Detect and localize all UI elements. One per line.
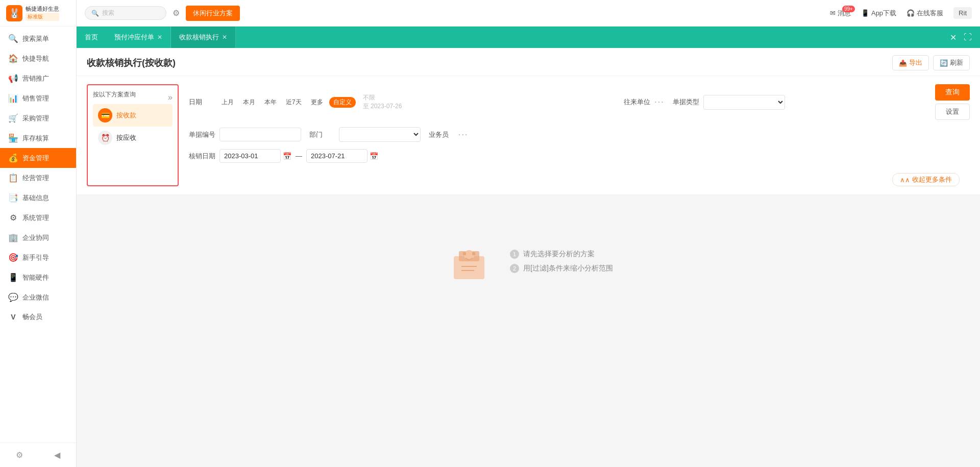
date-btn-this-month[interactable]: 本月 bbox=[240, 97, 258, 108]
sidebar-item-search-menu[interactable]: 🔍 搜索菜单 bbox=[0, 29, 76, 48]
sidebar-item-label: 资金管理 bbox=[22, 154, 49, 163]
dept-select[interactable] bbox=[339, 127, 421, 142]
by-receivable-icon: ⏰ bbox=[98, 131, 112, 145]
sidebar-item-label: 新手引导 bbox=[22, 253, 49, 262]
sidebar-item-member[interactable]: V 畅会员 bbox=[0, 307, 76, 327]
collapse-bar: ∧∧ 收起更多条件 bbox=[189, 170, 970, 186]
by-receivable-label: 按应收 bbox=[116, 133, 136, 142]
sidebar-bottom: ⚙ ◀ bbox=[0, 443, 76, 467]
sidebar-item-wechat[interactable]: 💬 企业微信 bbox=[0, 287, 76, 307]
sales-icon: 📊 bbox=[8, 93, 18, 103]
date-shortcuts: 上月 本月 本年 近7天 更多 自定义 bbox=[218, 97, 356, 108]
filter-option-by-receivable[interactable]: ⏰ 按应收 bbox=[93, 127, 173, 149]
sidebar-item-label: 企业微信 bbox=[22, 293, 49, 302]
collapse-icon: ∧∧ bbox=[900, 176, 910, 184]
sidebar-item-label: 营销推广 bbox=[22, 74, 49, 83]
topbar-search-bar[interactable]: 🔍 搜索 bbox=[85, 6, 166, 20]
date-suffix-text: 至 2023-07-26 bbox=[363, 102, 402, 111]
sidebar-item-sales[interactable]: 📊 销售管理 bbox=[0, 88, 76, 108]
gear-icon[interactable]: ⚙ bbox=[173, 8, 180, 18]
reconcile-start-calendar-icon[interactable]: 📅 bbox=[283, 152, 291, 160]
tab-close-all-icon[interactable]: ✕ bbox=[948, 31, 959, 44]
panel-collapse-icon[interactable]: » bbox=[168, 93, 173, 102]
tab-receivable-reconcile[interactable]: 收款核销执行 ✕ bbox=[171, 27, 236, 48]
sidebar-item-purchase[interactable]: 🛒 采购管理 bbox=[0, 108, 76, 128]
sidebar-item-system[interactable]: ⚙ 系统管理 bbox=[0, 208, 76, 228]
sidebar-settings-btn[interactable]: ⚙ bbox=[11, 447, 28, 463]
reconcile-end-input[interactable] bbox=[306, 149, 368, 163]
counterparty-field: 往来单位 ··· bbox=[410, 97, 664, 107]
filter-panel: 按以下方案查询 » 💳 按收款 ⏰ 按应收 bbox=[87, 84, 179, 186]
topbar: 🔍 搜索 ⚙ 休闲行业方案 ✉ 消息 99+ 📱 App下载 🎧 在线客服 Ri… bbox=[77, 0, 980, 27]
capital-icon: 💰 bbox=[8, 153, 18, 163]
guide-icon: 🎯 bbox=[8, 253, 18, 262]
date-btn-custom[interactable]: 自定义 bbox=[329, 97, 356, 108]
tab-prepay-reconcile[interactable]: 预付冲应付单 ✕ bbox=[106, 27, 171, 48]
tab-home[interactable]: 首页 bbox=[77, 33, 106, 42]
doc-type-label: 单据类型 bbox=[673, 97, 699, 107]
header-actions: 📤 导出 🔄 刷新 bbox=[892, 55, 970, 70]
step-num-1: 1 bbox=[510, 250, 519, 259]
page-title: 收款核销执行(按收款) bbox=[87, 57, 176, 69]
reconcile-start-input[interactable] bbox=[219, 149, 281, 163]
setting-button[interactable]: 设置 bbox=[935, 104, 970, 120]
query-button[interactable]: 查询 bbox=[935, 84, 970, 101]
date-btn-this-year[interactable]: 本年 bbox=[261, 97, 280, 108]
sidebar-item-quick-nav[interactable]: 🏠 快捷导航 bbox=[0, 48, 76, 68]
sidebar-item-guide[interactable]: 🎯 新手引导 bbox=[0, 248, 76, 267]
filter-panel-title: 按以下方案查询 bbox=[93, 90, 136, 99]
doc-type-select[interactable] bbox=[703, 95, 785, 110]
sidebar-item-capital[interactable]: 💰 资金管理 bbox=[0, 148, 76, 168]
sidebar-item-operation[interactable]: 📋 经营管理 bbox=[0, 168, 76, 188]
dept-label: 部门 bbox=[309, 130, 335, 139]
page-content: 收款核销执行(按收款) 📤 导出 🔄 刷新 按以下方案查询 » bbox=[77, 48, 980, 467]
tab-expand-icon[interactable]: ⛶ bbox=[962, 31, 974, 44]
by-receipt-label: 按收款 bbox=[116, 111, 136, 120]
reconcile-date-label: 核销日期 bbox=[189, 152, 215, 161]
logo-name: 畅捷通好生意 bbox=[26, 5, 59, 12]
sidebar-item-enterprise[interactable]: 🏢 企业协同 bbox=[0, 228, 76, 248]
user-info[interactable]: Rit bbox=[953, 7, 972, 19]
sidebar-item-smart-hw[interactable]: 📱 智能硬件 bbox=[0, 267, 76, 287]
sidebar-item-basic-info[interactable]: 📑 基础信息 bbox=[0, 188, 76, 208]
sidebar-item-label: 搜索菜单 bbox=[22, 34, 49, 43]
tabbar-right-actions: ✕ ⛶ bbox=[948, 31, 980, 44]
app-icon: 📱 bbox=[861, 9, 869, 17]
collapse-more-button[interactable]: ∧∧ 收起更多条件 bbox=[892, 173, 960, 186]
search-area: 按以下方案查询 » 💳 按收款 ⏰ 按应收 日期 bbox=[77, 76, 980, 195]
reconcile-end-calendar-icon[interactable]: 📅 bbox=[370, 152, 378, 160]
service-icon: 🎧 bbox=[906, 9, 915, 17]
doc-no-input[interactable] bbox=[219, 128, 301, 141]
search-row-1: 日期 上月 本月 本年 近7天 更多 自定义 不限 至 2023-07-26 bbox=[189, 84, 970, 120]
sidebar-item-label: 畅会员 bbox=[22, 312, 42, 322]
tab-close-prepay[interactable]: ✕ bbox=[157, 34, 162, 41]
sidebar-item-label: 快捷导航 bbox=[22, 54, 49, 63]
message-button[interactable]: ✉ 消息 99+ bbox=[830, 9, 851, 18]
sidebar-item-label: 采购管理 bbox=[22, 114, 49, 123]
date-no-limit: 不限 bbox=[363, 93, 402, 102]
message-icon: ✉ bbox=[830, 9, 836, 17]
tab-close-receivable[interactable]: ✕ bbox=[222, 34, 227, 41]
empty-text: 1 请先选择要分析的方案 2 用[过滤]条件来缩小分析范围 bbox=[510, 250, 613, 273]
main-wrap: 🔍 搜索 ⚙ 休闲行业方案 ✉ 消息 99+ 📱 App下载 🎧 在线客服 Ri… bbox=[77, 0, 980, 467]
export-button[interactable]: 📤 导出 bbox=[892, 55, 929, 70]
online-service-button[interactable]: 🎧 在线客服 bbox=[906, 9, 943, 18]
staff-dots-btn[interactable]: ··· bbox=[458, 130, 468, 139]
date-btn-7days[interactable]: 近7天 bbox=[283, 97, 305, 108]
empty-state: 1 请先选择要分析的方案 2 用[过滤]条件来缩小分析范围 bbox=[77, 195, 980, 328]
sidebar-item-inventory[interactable]: 🏪 库存核算 bbox=[0, 128, 76, 148]
sidebar-item-marketing[interactable]: 📢 营销推广 bbox=[0, 68, 76, 88]
refresh-button[interactable]: 🔄 刷新 bbox=[933, 55, 970, 70]
message-badge: 99+ bbox=[842, 6, 855, 12]
date-btn-more[interactable]: 更多 bbox=[308, 97, 326, 108]
filter-option-by-receipt[interactable]: 💳 按收款 bbox=[93, 104, 173, 127]
sidebar-collapse-btn[interactable]: ◀ bbox=[49, 447, 65, 463]
solution-button[interactable]: 休闲行业方案 bbox=[186, 6, 240, 21]
staff-field: 业务员 ··· bbox=[429, 130, 468, 139]
dept-field: 部门 bbox=[309, 127, 421, 142]
date-btn-last-month[interactable]: 上月 bbox=[218, 97, 237, 108]
app-download-button[interactable]: 📱 App下载 bbox=[861, 9, 896, 18]
logo-badge: 标准版 bbox=[26, 13, 59, 21]
search-row-3: 核销日期 📅 — 📅 bbox=[189, 149, 970, 163]
counterparty-dots-btn[interactable]: ··· bbox=[654, 97, 664, 107]
